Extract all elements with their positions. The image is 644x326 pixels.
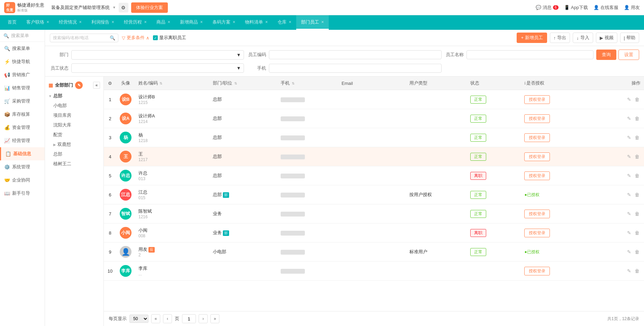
user-menu-button[interactable]: 👤 用友 [624, 5, 640, 11]
per-page-select[interactable]: 50 100 [129, 315, 148, 323]
sidebar-item-inventory[interactable]: 📦库存核算 [0, 108, 45, 121]
prev-page-button[interactable]: ‹ [163, 314, 172, 323]
edit-button[interactable]: ✎ [626, 154, 632, 159]
edit-button[interactable]: ✎ [626, 192, 632, 197]
dept-tree-item[interactable]: 植树王二 [45, 159, 103, 169]
auth-button[interactable]: 授权登录 [524, 133, 550, 142]
employee-search-input[interactable] [53, 35, 108, 40]
nav-tab-首页[interactable]: 首页 [3, 15, 21, 30]
export-button[interactable]: ↑ 导出 [550, 33, 570, 43]
nav-tab-经营历程[interactable]: 经营历程✕ [119, 15, 152, 30]
close-tab-icon[interactable]: ✕ [200, 20, 203, 24]
nav-tab-客户联络[interactable]: 客户联络✕ [21, 15, 54, 30]
nav-tab-利润报告[interactable]: 利润报告✕ [87, 15, 119, 30]
auth-button[interactable]: 授权登录 [524, 152, 550, 161]
col-settings-icon[interactable]: ⚙ [108, 81, 112, 86]
dept-tree-item[interactable]: ▶双鹿想 [45, 140, 103, 149]
delete-button[interactable]: 🗑 [634, 154, 641, 159]
auth-button[interactable]: 授权登录 [524, 95, 550, 104]
sidebar-item-enterprise[interactable]: 🤝企业协同 [0, 174, 45, 187]
show-former-checkbox[interactable]: ✓ 显示离职员工 [153, 35, 186, 41]
help-button[interactable]: | 帮助 [620, 33, 639, 43]
nav-tab-条码方案[interactable]: 条码方案✕ [208, 15, 240, 30]
auth-button[interactable]: 授权登录 [524, 114, 550, 123]
delete-button[interactable]: 🗑 [634, 135, 641, 140]
delete-button[interactable]: 🗑 [634, 97, 641, 102]
more-filter-button[interactable]: ▽ 更多条件 ∧ [122, 35, 149, 41]
nav-tab-经营情况[interactable]: 经营情况✕ [54, 15, 87, 30]
auth-button[interactable]: 授权登录 [524, 267, 550, 275]
sidebar-item-guide[interactable]: 📖新手引导 [0, 187, 45, 200]
close-tab-icon[interactable]: ✕ [321, 20, 324, 24]
dept-tree-item[interactable]: 项目库房 [45, 111, 103, 120]
set-button[interactable]: 设置 [618, 50, 639, 60]
sidebar-item-marketing[interactable]: 📢营销推广 [0, 68, 45, 81]
sidebar-item-operations[interactable]: 📈经营管理 [0, 134, 45, 147]
sidebar-item-finance[interactable]: 💰资金管理 [0, 121, 45, 134]
close-tab-icon[interactable]: ✕ [144, 20, 147, 24]
dept-tree-item[interactable]: 沈阳大库 [45, 120, 103, 130]
edit-button[interactable]: ✎ [626, 249, 632, 255]
sidebar-item-search-menu[interactable]: 🔍搜索菜单 [0, 42, 45, 55]
search-menu-item[interactable]: 🔍 搜索菜单 [0, 30, 45, 42]
page-number-input[interactable] [182, 314, 196, 323]
dept-select[interactable]: ▼ [71, 50, 244, 60]
emp-name-input[interactable] [466, 50, 593, 59]
dept-collapse-button[interactable]: « [93, 82, 100, 89]
dept-tree-item[interactable]: 总部 [45, 149, 103, 159]
dept-tree-item[interactable]: 小电部 [45, 101, 103, 111]
emp-code-input[interactable] [269, 50, 442, 59]
close-tab-icon[interactable]: ✕ [79, 20, 82, 24]
auth-button[interactable]: 授权登录 [524, 171, 550, 180]
close-tab-icon[interactable]: ✕ [111, 20, 114, 24]
dept-edit-button[interactable]: ✎ [75, 81, 83, 89]
next-page-button[interactable]: › [199, 314, 208, 323]
dept-tree-item[interactable]: 配货 [45, 130, 103, 140]
edit-button[interactable]: ✎ [626, 97, 632, 102]
auth-button[interactable]: 授权登录 [524, 210, 550, 218]
delete-button[interactable]: 🗑 [634, 116, 641, 121]
auth-button[interactable]: 授权登录 [524, 229, 550, 237]
sidebar-item-basic-info[interactable]: 📋基础信息 [0, 147, 45, 160]
close-tab-icon[interactable]: ✕ [167, 20, 170, 24]
system-dropdown-arrow[interactable]: ▼ [112, 6, 116, 9]
edit-button[interactable]: ✎ [626, 173, 632, 178]
edit-button[interactable]: ✎ [626, 230, 632, 236]
delete-button[interactable]: 🗑 [634, 230, 641, 236]
query-button[interactable]: 查询 [596, 50, 616, 60]
first-page-button[interactable]: « [151, 314, 160, 323]
status-select[interactable]: ▼ [71, 63, 244, 73]
close-tab-icon[interactable]: ✕ [233, 20, 235, 24]
nav-tab-物料清单[interactable]: 物料清单✕ [240, 15, 273, 30]
close-tab-icon[interactable]: ✕ [265, 20, 268, 24]
edit-button[interactable]: ✎ [626, 211, 632, 217]
sidebar-item-system[interactable]: ⚙️系统管理 [0, 160, 45, 174]
nav-tab-商品[interactable]: 商品✕ [152, 15, 175, 30]
nav-tab-部门员工[interactable]: 部门员工✕ [296, 15, 329, 30]
sidebar-item-purchase[interactable]: 🛒采购管理 [0, 95, 45, 108]
last-page-button[interactable]: » [210, 314, 219, 323]
delete-button[interactable]: 🗑 [634, 249, 641, 255]
edit-button[interactable]: ✎ [626, 135, 632, 140]
nav-tab-新增商品[interactable]: 新增商品✕ [175, 15, 208, 30]
view-button[interactable]: ▶ 视频 [596, 33, 617, 43]
phone-input[interactable] [269, 64, 442, 73]
dept-tree-item[interactable]: ▼总部 [45, 91, 103, 101]
delete-button[interactable]: 🗑 [634, 211, 641, 217]
online-service-button[interactable]: 👤 在线客服 [593, 5, 618, 11]
delete-button[interactable]: 🗑 [634, 173, 641, 178]
sidebar-item-sales[interactable]: 📊销售管理 [0, 81, 45, 95]
add-employee-button[interactable]: + 新增员工 [517, 33, 547, 43]
edit-button[interactable]: ✎ [626, 116, 632, 121]
trial-button[interactable]: 体验行业方案 [131, 2, 168, 13]
edit-button[interactable]: ✎ [626, 268, 632, 274]
close-tab-icon[interactable]: ✕ [46, 20, 49, 24]
app-download-button[interactable]: 📱 App下载 [564, 5, 588, 11]
import-button[interactable]: ↓ 导入 [573, 33, 593, 43]
sidebar-item-quick-nav[interactable]: ⚡快捷导航 [0, 55, 45, 68]
messages-button[interactable]: 💬 消息 6 [536, 5, 559, 11]
close-tab-icon[interactable]: ✕ [289, 20, 291, 24]
nav-tab-仓库[interactable]: 仓库✕ [273, 15, 296, 30]
delete-button[interactable]: 🗑 [634, 192, 641, 197]
settings-button[interactable]: ⚙ [119, 3, 128, 12]
